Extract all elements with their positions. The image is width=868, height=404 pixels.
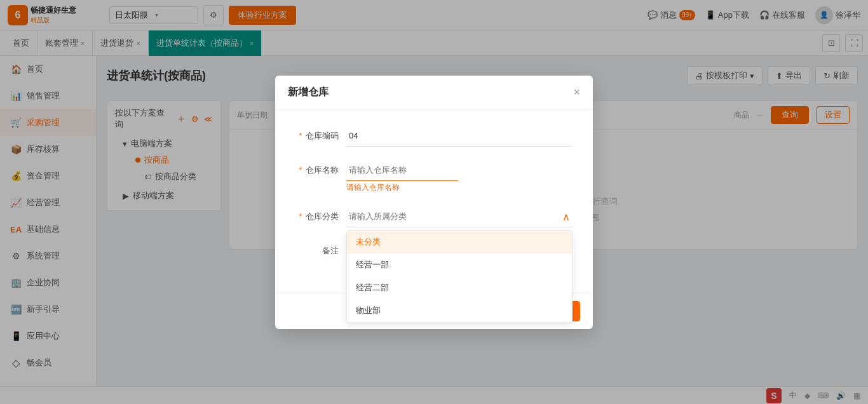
dialog-header: 新增仓库 × (275, 76, 593, 110)
dropdown-item-unclassified[interactable]: 未分类 (347, 231, 572, 253)
add-warehouse-dialog: 新增仓库 × * 仓库编码 * 仓库名称 (275, 76, 593, 329)
form-row-code: * 仓库编码 (295, 125, 573, 147)
note-label: 备注 (295, 240, 346, 257)
category-input[interactable] (346, 206, 573, 227)
modal-overlay: 新增仓库 × * 仓库编码 * 仓库名称 (0, 0, 868, 404)
category-input-wrapper: ∧ 未分类 经营一部 经营二部 物业部 (346, 206, 573, 227)
dialog-close-button[interactable]: × (573, 86, 580, 99)
warehouse-name-input[interactable] (346, 159, 458, 181)
name-label: * 仓库名称 (295, 159, 346, 181)
category-dropdown: 未分类 经营一部 经营二部 物业部 (346, 230, 573, 323)
name-error-message: 请输入仓库名称 (346, 182, 400, 193)
dialog-body: * 仓库编码 * 仓库名称 请输入仓库名称 (275, 110, 593, 293)
code-label: * 仓库编码 (295, 125, 346, 142)
form-row-name: * 仓库名称 请输入仓库名称 (295, 159, 573, 193)
warehouse-code-input[interactable] (346, 125, 573, 147)
dropdown-item-ops1[interactable]: 经营一部 (347, 253, 572, 276)
dropdown-item-property[interactable]: 物业部 (347, 299, 572, 322)
chevron-up-icon[interactable]: ∧ (562, 210, 570, 222)
category-label: * 仓库分类 (295, 206, 346, 222)
dropdown-item-ops2[interactable]: 经营二部 (347, 276, 572, 299)
form-row-category: * 仓库分类 ∧ 未分类 经营一部 经营二部 物业部 (295, 206, 573, 227)
dialog-title: 新增仓库 (288, 86, 329, 99)
